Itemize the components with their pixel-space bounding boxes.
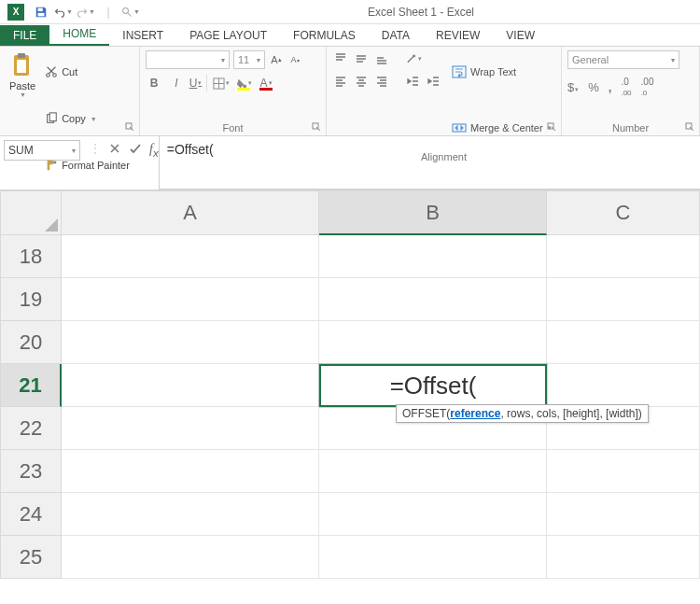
clipboard-dialog-icon[interactable]: [125, 121, 136, 133]
select-all-corner[interactable]: [0, 190, 62, 235]
accounting-format-icon[interactable]: $▾: [567, 80, 579, 94]
cut-button[interactable]: Cut: [45, 50, 130, 93]
row-header[interactable]: 19: [0, 278, 62, 321]
cell[interactable]: [547, 536, 700, 579]
svg-rect-10: [53, 162, 57, 164]
tab-data[interactable]: DATA: [369, 25, 423, 46]
undo-icon[interactable]: ▼: [54, 3, 73, 21]
italic-button[interactable]: I: [168, 75, 185, 91]
wrap-text-button[interactable]: Wrap Text: [452, 50, 552, 93]
cell[interactable]: [319, 321, 547, 364]
col-header-b[interactable]: B: [319, 190, 547, 235]
save-icon[interactable]: [32, 3, 50, 21]
cell[interactable]: [319, 536, 547, 579]
orientation-icon[interactable]: ▾: [405, 50, 422, 67]
comma-format-icon[interactable]: ,: [609, 80, 612, 94]
increase-indent-icon[interactable]: [426, 73, 442, 90]
cell[interactable]: [547, 278, 700, 321]
tab-file[interactable]: FILE: [0, 25, 49, 46]
cell[interactable]: [62, 536, 319, 579]
row-header[interactable]: 21: [0, 364, 62, 407]
align-right-icon[interactable]: [373, 73, 390, 90]
cell[interactable]: [547, 450, 700, 493]
group-label-alignment: Alignment: [332, 149, 555, 162]
align-top-icon[interactable]: [332, 50, 349, 67]
svg-rect-4: [18, 53, 25, 58]
cell[interactable]: [319, 493, 547, 536]
row-header[interactable]: 23: [0, 450, 62, 493]
cell[interactable]: [547, 493, 700, 536]
percent-format-icon[interactable]: %: [588, 80, 599, 94]
row-header[interactable]: 22: [0, 407, 62, 450]
touch-mode-icon[interactable]: ▼: [121, 3, 140, 21]
excel-logo: X: [7, 4, 24, 21]
row-header[interactable]: 20: [0, 321, 62, 364]
merge-center-button[interactable]: Merge & Center▾: [452, 106, 552, 149]
align-middle-icon[interactable]: [353, 50, 370, 67]
font-dialog-icon[interactable]: [312, 121, 323, 133]
align-center-icon[interactable]: [353, 73, 370, 90]
align-left-icon[interactable]: [332, 73, 349, 90]
cell[interactable]: [62, 450, 319, 493]
tooltip-rest: , rows, cols, [height], [width]): [500, 407, 641, 420]
fill-color-button[interactable]: ▾: [235, 75, 252, 91]
paste-button[interactable]: Paste ▼: [6, 50, 39, 187]
borders-button[interactable]: ▾: [213, 75, 230, 91]
cell[interactable]: [319, 235, 547, 278]
function-tooltip: OFFSET(reference, rows, cols, [height], …: [396, 404, 649, 423]
tab-formulas[interactable]: FORMULAS: [280, 25, 369, 46]
tab-page-layout[interactable]: PAGE LAYOUT: [176, 25, 280, 46]
group-alignment: ▾ Wrap Text Merge & Cent: [327, 47, 562, 135]
col-header-c[interactable]: C: [547, 190, 700, 235]
cell[interactable]: [319, 450, 547, 493]
tab-insert[interactable]: INSERT: [109, 25, 176, 46]
decrease-decimal-icon[interactable]: .00.0: [641, 77, 654, 97]
align-bottom-icon[interactable]: [373, 50, 390, 67]
insert-function-icon[interactable]: fx: [149, 142, 159, 159]
group-font: ▾ 11▾ A▴ A▾ B I U▾ ▾ ▾ A▾ Font: [140, 47, 327, 135]
cell[interactable]: [62, 407, 319, 450]
copy-label: Copy: [62, 113, 86, 124]
font-size-combo[interactable]: 11▾: [233, 50, 265, 69]
increase-font-icon[interactable]: A▴: [269, 52, 284, 67]
increase-decimal-icon[interactable]: .0.00: [621, 77, 631, 97]
cell[interactable]: [62, 364, 319, 407]
row-header[interactable]: 25: [0, 536, 62, 579]
cell[interactable]: [547, 235, 700, 278]
number-dialog-icon[interactable]: [685, 121, 696, 133]
tooltip-fn: OFFSET(: [402, 407, 450, 420]
cell[interactable]: [547, 364, 700, 407]
cell[interactable]: [62, 278, 319, 321]
merge-center-label: Merge & Center: [470, 122, 543, 133]
row-header[interactable]: 24: [0, 493, 62, 536]
cut-label: Cut: [62, 66, 77, 77]
number-format-combo[interactable]: General▾: [567, 50, 679, 69]
bold-button[interactable]: B: [146, 75, 162, 91]
group-clipboard: Paste ▼ Cut Copy▼ Format Painter Clipboa…: [0, 47, 140, 135]
cell[interactable]: [547, 321, 700, 364]
col-header-a[interactable]: A: [62, 190, 319, 235]
tab-review[interactable]: REVIEW: [423, 25, 493, 46]
tooltip-arg-active[interactable]: reference: [450, 407, 500, 420]
cell[interactable]: [62, 493, 319, 536]
tab-home[interactable]: HOME: [49, 23, 109, 46]
cell[interactable]: [62, 321, 319, 364]
svg-point-2: [123, 7, 129, 13]
paste-label: Paste: [9, 80, 35, 91]
cell[interactable]: [319, 278, 547, 321]
group-label-number: Number: [567, 120, 693, 133]
tab-view[interactable]: VIEW: [493, 25, 548, 46]
copy-button[interactable]: Copy▼: [45, 97, 130, 140]
decrease-font-icon[interactable]: A▾: [287, 52, 302, 67]
format-painter-button[interactable]: Format Painter: [45, 144, 130, 187]
active-cell[interactable]: =Offset(: [319, 364, 547, 407]
svg-point-6: [47, 74, 50, 77]
decrease-indent-icon[interactable]: [405, 73, 422, 90]
alignment-dialog-icon[interactable]: [547, 121, 558, 133]
underline-button[interactable]: U▾: [190, 75, 207, 91]
row-header[interactable]: 18: [0, 235, 62, 278]
cell[interactable]: [62, 235, 319, 278]
font-color-button[interactable]: A▾: [258, 75, 274, 91]
font-name-combo[interactable]: ▾: [146, 50, 230, 69]
redo-icon[interactable]: ▼: [77, 3, 95, 21]
